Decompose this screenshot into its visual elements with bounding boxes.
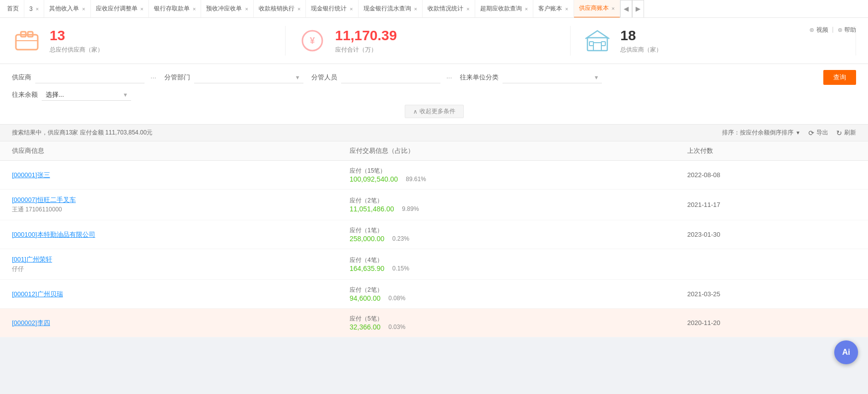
tab-overdue-collect[interactable]: 超期应收款查询 × <box>475 0 533 18</box>
summary-card-amount: ¥ 11,170.39 应付合计（万） <box>286 26 571 56</box>
ap-percent-0: 89.61% <box>406 176 426 183</box>
summary-section: 13 总应付供应商（家） ¥ 11,170.39 应付合计（万） 1 <box>0 18 868 64</box>
tab-overdue-collect-label: 超期应收款查询 <box>480 4 522 13</box>
ap-cell-2: 应付（1笔） 258,000.00 0.23% <box>350 226 687 243</box>
supplier-filter-label: 供应商 <box>12 73 31 82</box>
ap-cell-5: 应付（5笔） 32,366.00 0.03% <box>350 315 687 331</box>
supplier-input[interactable] <box>35 71 145 83</box>
ap-label-1: 应付（2笔） <box>350 197 687 205</box>
tab-supplier-account[interactable]: 供应商账本 × <box>574 0 620 18</box>
results-actions: 排序：按应付余额倒序排序 ▼ ⟳ 导出 ↻ 刷新 <box>722 129 856 137</box>
ap-percent-4: 0.08% <box>388 295 405 302</box>
last-pay-0: 2022-08-08 <box>687 171 856 179</box>
last-pay-2: 2023-01-30 <box>687 231 856 238</box>
tab-other-income[interactable]: 其他收入单 × <box>44 0 90 18</box>
sort-label: 排序：按应付余额倒序排序 <box>722 129 794 137</box>
card-content-amount: 11,170.39 应付合计（万） <box>335 27 397 55</box>
nav-arrow-right[interactable]: ▶ <box>632 0 644 18</box>
ai-button[interactable]: Ai <box>834 340 858 364</box>
supplier-cell-4: [000012]广州贝瑞 <box>12 290 350 299</box>
tab-receipt-verify[interactable]: 收款核销执行 × <box>254 0 306 18</box>
total-supplier-count: 18 <box>620 27 662 44</box>
filter-row-2: 往来余额 选择... ▼ <box>12 89 856 101</box>
refresh-icon: ↻ <box>836 129 842 137</box>
tab-collection-stat-close[interactable]: × <box>466 6 469 12</box>
sort-button[interactable]: 排序：按应付余额倒序排序 ▼ <box>722 129 800 137</box>
ap-amount-1[interactable]: 11,051,486.00 <box>350 205 394 213</box>
tab-3[interactable]: 3 × <box>24 0 44 18</box>
tab-other-income-close[interactable]: × <box>82 6 85 12</box>
tab-ap-adjust-close[interactable]: × <box>141 6 144 12</box>
export-button[interactable]: ⟳ 导出 <box>808 129 828 137</box>
collapse-row: ∧ 收起更多条件 <box>12 105 856 118</box>
supplier-icon <box>12 26 42 56</box>
supplier-link-3[interactable]: [001]广州荣轩 <box>12 255 350 264</box>
tab-receipt-verify-close[interactable]: × <box>297 6 300 12</box>
ap-label-3: 应付（4笔） <box>350 256 687 264</box>
collapse-button[interactable]: ∧ 收起更多条件 <box>405 105 464 118</box>
tab-collection-stat[interactable]: 收款情况统计 × <box>423 0 475 18</box>
ap-label-5: 应付（5笔） <box>350 315 687 323</box>
filter-row-1: 供应商 ··· 分管部门 ▼ 分管人员 ··· 往来单位分类 <box>12 70 856 85</box>
tab-bank-deposit-close[interactable]: × <box>193 6 196 12</box>
tab-advance-collect-close[interactable]: × <box>245 6 248 12</box>
ap-cell-4: 应付（2笔） 94,600.00 0.08% <box>350 286 687 302</box>
tab-customer-account[interactable]: 客户账本 × <box>533 0 574 18</box>
person-filter-label: 分管人员 <box>311 73 337 82</box>
table-container: 供应商信息 应付交易信息（占比） 上次付数 [000001]张三 应付（15笔）… <box>0 141 868 337</box>
category-select[interactable] <box>503 71 602 83</box>
tab-cash-flow-label: 现金银行流水查询 <box>363 4 411 13</box>
nav-arrow-left[interactable]: ◀ <box>620 0 632 18</box>
tab-3-label: 3 <box>29 5 33 12</box>
tab-advance-collect-label: 预收冲应收单 <box>206 4 242 13</box>
amount-icon: ¥ <box>297 26 327 56</box>
supplier-link-2[interactable]: [000100]本特勤油品有限公司 <box>12 230 350 239</box>
tab-cash-bank-stat-close[interactable]: × <box>350 6 353 12</box>
tab-cash-flow-close[interactable]: × <box>414 6 417 12</box>
supplier-link-1[interactable]: [000007]恒旺二手叉车 <box>12 196 350 204</box>
tab-3-close[interactable]: × <box>36 6 39 12</box>
tab-customer-account-label: 客户账本 <box>538 4 562 13</box>
tab-ap-adjust[interactable]: 应收应付调整单 × <box>91 0 149 18</box>
help-link[interactable]: ⊙ 帮助 <box>838 26 856 34</box>
tab-cash-flow[interactable]: 现金银行流水查询 × <box>359 0 423 18</box>
supplier-cell-0: [000001]张三 <box>12 171 350 180</box>
svg-rect-7 <box>593 43 601 51</box>
ap-amount-4[interactable]: 94,600.00 <box>350 294 380 302</box>
last-pay-4: 2021-03-25 <box>687 290 856 298</box>
supplier-dots[interactable]: ··· <box>150 73 156 81</box>
tab-ap-adjust-label: 应收应付调整单 <box>96 4 138 13</box>
supplier-sub-1: 王通 17106110000 <box>12 205 350 214</box>
svg-rect-8 <box>589 42 593 46</box>
supplier-link-0[interactable]: [000001]张三 <box>12 171 350 180</box>
ap-cell-1: 应付（2笔） 11,051,486.00 9.89% <box>350 197 687 213</box>
table-row: [001]广州荣轩 仔仔 应付（4笔） 164,635.90 0.15% <box>0 249 868 280</box>
tab-advance-collect[interactable]: 预收冲应收单 × <box>201 0 253 18</box>
refresh-button[interactable]: ↻ 刷新 <box>836 129 856 137</box>
tab-bank-deposit[interactable]: 银行存取款单 × <box>149 0 201 18</box>
tab-home[interactable]: 首页 <box>2 0 24 18</box>
dept-select[interactable] <box>194 71 303 83</box>
supplier-link-5[interactable]: [000002]李四 <box>12 319 350 328</box>
video-link[interactable]: ⊙ 视频 <box>809 26 828 34</box>
ap-amount-2[interactable]: 258,000.00 <box>350 235 384 243</box>
person-input[interactable] <box>341 71 440 83</box>
filter-balance: 往来余额 选择... ▼ <box>12 89 131 101</box>
supplier-link-4[interactable]: [000012]广州贝瑞 <box>12 290 350 299</box>
tab-cash-bank-stat[interactable]: 现金银行统计 × <box>306 0 358 18</box>
balance-select[interactable]: 选择... <box>42 89 131 101</box>
dept-filter-label: 分管部门 <box>164 73 190 82</box>
tab-receipt-verify-label: 收款核销执行 <box>259 4 294 13</box>
ap-amount-3[interactable]: 164,635.90 <box>350 264 384 272</box>
person-dots[interactable]: ··· <box>446 73 452 81</box>
table-row: [000002]李四 应付（5笔） 32,366.00 0.03% 2020-1… <box>0 309 868 337</box>
tab-overdue-collect-close[interactable]: × <box>525 6 528 12</box>
tab-supplier-account-close[interactable]: × <box>612 5 615 11</box>
query-button[interactable]: 查询 <box>823 70 856 85</box>
ap-amount-0[interactable]: 100,092,540.00 <box>350 175 398 183</box>
table-row: [000007]恒旺二手叉车 王通 17106110000 应付（2笔） 11,… <box>0 190 868 220</box>
ap-label-4: 应付（2笔） <box>350 286 687 294</box>
tab-customer-account-close[interactable]: × <box>565 6 568 12</box>
ap-amount-5[interactable]: 32,366.00 <box>350 323 380 331</box>
ap-amount-row-3: 164,635.90 0.15% <box>350 264 687 272</box>
